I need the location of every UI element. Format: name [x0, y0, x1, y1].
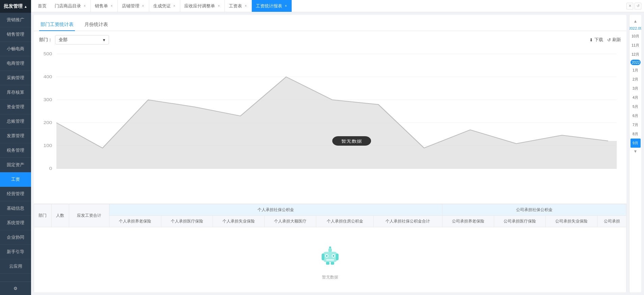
svg-rect-18: [326, 262, 329, 265]
tab-label: 工资表: [229, 3, 242, 9]
month-item-11月[interactable]: 11月: [630, 41, 641, 50]
table-wrapper: 部门 人数 应发工资合计 个人承担社保公积金 公司承担社保公积金 个人承担养老保…: [34, 204, 626, 292]
settings-button[interactable]: ⚙: [0, 282, 31, 295]
month-item-2月[interactable]: 2月: [630, 75, 641, 84]
th-p6: 个人承担社保公积金合计: [374, 216, 442, 227]
sidebar-title[interactable]: 批发管理 ▲: [0, 0, 31, 13]
tab-close-icon[interactable]: ×: [244, 3, 247, 8]
refresh-icon: ↺: [607, 37, 611, 42]
svg-rect-17: [336, 254, 339, 260]
month-item-4月[interactable]: 4月: [630, 93, 641, 102]
toolbar-left: 部门： 全部 ▾: [39, 35, 109, 45]
month-item-7月[interactable]: 7月: [630, 120, 641, 129]
sidebar-item-小畅电商[interactable]: 小畅电商: [0, 42, 31, 56]
right-panel: ▲ 2022.09 10月11月12月20221月2月3月4月5月6月7月8月9…: [629, 15, 641, 292]
tab-label: 生成凭证: [153, 3, 171, 9]
tab-应收应付调整单[interactable]: 应收应付调整单×: [180, 0, 225, 12]
svg-point-26: [329, 246, 331, 248]
panel-up-arrow[interactable]: ▲: [632, 18, 639, 25]
sidebar-title-text: 批发管理: [4, 3, 23, 9]
sidebar-item-总账管理[interactable]: 总账管理: [0, 114, 31, 129]
svg-text:500: 500: [44, 52, 52, 56]
tab-close-icon[interactable]: ×: [217, 3, 220, 8]
inner-tab-部门工资统计表[interactable]: 部门工资统计表: [39, 19, 75, 31]
table-area: 部门 人数 应发工资合计 个人承担社保公积金 公司承担社保公积金 个人承担养老保…: [34, 204, 626, 292]
tab-close-icon[interactable]: ×: [110, 3, 113, 8]
chart-svg-container: 500 400 300 200 100 0: [39, 49, 621, 194]
tab-close-icon[interactable]: ×: [83, 3, 86, 8]
sidebar-item-发票管理[interactable]: 发票管理: [0, 129, 31, 143]
download-button[interactable]: ⬇ 下载: [589, 37, 603, 43]
sidebar-title-arrow: ▲: [24, 5, 27, 8]
tab-工资统计报表[interactable]: 工资统计报表×: [252, 0, 292, 12]
th-p2: 个人承担医疗保险: [161, 216, 213, 227]
chart-svg: 500 400 300 200 100 0: [39, 49, 621, 190]
sidebar-item-系统管理[interactable]: 系统管理: [0, 216, 31, 230]
sidebar-item-库存核算[interactable]: 库存核算: [0, 85, 31, 100]
sidebar-item-云应用[interactable]: 云应用: [0, 259, 31, 274]
sidebar-item-经营管理[interactable]: 经营管理: [0, 187, 31, 201]
chevron-down-icon: ▾: [103, 37, 105, 42]
sidebar-item-销售管理[interactable]: 销售管理: [0, 27, 31, 42]
sidebar-item-资金管理[interactable]: 资金管理: [0, 100, 31, 114]
th-c1: 公司承担养老保险: [442, 216, 494, 227]
th-dept: 部门: [34, 204, 52, 227]
th-p3: 个人承担失业保险: [213, 216, 264, 227]
tab-店铺管理[interactable]: 店铺管理×: [118, 0, 149, 12]
sidebar: 批发管理 ▲ 营销推广销售管理小畅电商电商管理采购管理库存核算资金管理总账管理发…: [0, 0, 31, 295]
month-item-1月[interactable]: 1月: [630, 66, 641, 75]
data-table: 部门 人数 应发工资合计 个人承担社保公积金 公司承担社保公积金 个人承担养老保…: [34, 204, 626, 292]
svg-rect-19: [331, 262, 334, 265]
content-main: 部门工资统计表月份统计表 部门： 全部 ▾ ⬇ 下载 ↺: [34, 15, 626, 292]
month-item-6月[interactable]: 6月: [630, 111, 641, 120]
tab-销售单[interactable]: 销售单×: [91, 0, 118, 12]
tab-label: 销售单: [95, 3, 108, 9]
panel-down-arrow[interactable]: ▼: [632, 148, 639, 155]
month-item-5月[interactable]: 5月: [630, 102, 641, 111]
tab-label: 应收应付调整单: [184, 3, 215, 9]
tab-label: 店铺管理: [122, 3, 139, 9]
sidebar-item-新手引导[interactable]: 新手引导: [0, 245, 31, 259]
year-badge[interactable]: 2022: [630, 60, 641, 65]
sidebar-item-基础信息[interactable]: 基础信息: [0, 201, 31, 216]
month-item-3月[interactable]: 3月: [630, 84, 641, 93]
sidebar-bottom: ⚙: [0, 282, 31, 295]
month-item-10月[interactable]: 10月: [630, 32, 641, 41]
svg-point-22: [326, 255, 328, 257]
tab-close-all-button[interactable]: ✕: [626, 3, 633, 9]
year-label[interactable]: 2022.09: [629, 25, 641, 32]
svg-text:100: 100: [44, 144, 52, 148]
sidebar-item-企业协同[interactable]: 企业协同: [0, 230, 31, 245]
refresh-button[interactable]: ↺ 刷新: [607, 37, 621, 43]
tab-工资表[interactable]: 工资表×: [225, 0, 252, 12]
tab-bar-end: ✕ ↺: [626, 3, 641, 9]
sidebar-item-税务管理[interactable]: 税务管理: [0, 143, 31, 158]
download-icon: ⬇: [589, 37, 593, 42]
tab-refresh-button[interactable]: ↺: [635, 3, 641, 9]
tab-bar: 首页门店商品目录×销售单×店铺管理×生成凭证×应收应付调整单×工资表×工资统计报…: [31, 0, 644, 12]
sidebar-item-工资[interactable]: 工资: [0, 172, 31, 187]
month-item-12月[interactable]: 12月: [630, 50, 641, 59]
sidebar-item-电商管理[interactable]: 电商管理: [0, 56, 31, 71]
th-p5: 个人承担住房公积金: [316, 216, 374, 227]
tab-close-icon[interactable]: ×: [284, 3, 288, 8]
empty-icon: [317, 243, 344, 270]
tab-close-icon[interactable]: ×: [173, 3, 176, 8]
sidebar-item-营销推广[interactable]: 营销推广: [0, 13, 31, 27]
tab-生成凭证[interactable]: 生成凭证×: [149, 0, 181, 12]
tab-门店商品目录[interactable]: 门店商品目录×: [51, 0, 91, 12]
inner-tab-月份统计表[interactable]: 月份统计表: [83, 19, 109, 31]
toolbar: 部门： 全部 ▾ ⬇ 下载 ↺ 刷新: [34, 31, 626, 49]
sidebar-item-固定资产[interactable]: 固定资产: [0, 158, 31, 172]
month-item-8月[interactable]: 8月: [630, 129, 641, 139]
tab-close-icon[interactable]: ×: [141, 3, 145, 8]
tab-首页[interactable]: 首页: [34, 0, 51, 12]
toolbar-right: ⬇ 下载 ↺ 刷新: [589, 37, 621, 43]
month-item-9月[interactable]: 9月: [630, 139, 641, 148]
refresh-label: 刷新: [612, 37, 621, 43]
th-p4: 个人承担大额医疗: [264, 216, 316, 227]
sidebar-item-采购管理[interactable]: 采购管理: [0, 71, 31, 85]
dept-select[interactable]: 全部 ▾: [55, 35, 109, 45]
tab-label: 首页: [38, 3, 47, 9]
th-c3: 公司承担失业保险: [546, 216, 597, 227]
